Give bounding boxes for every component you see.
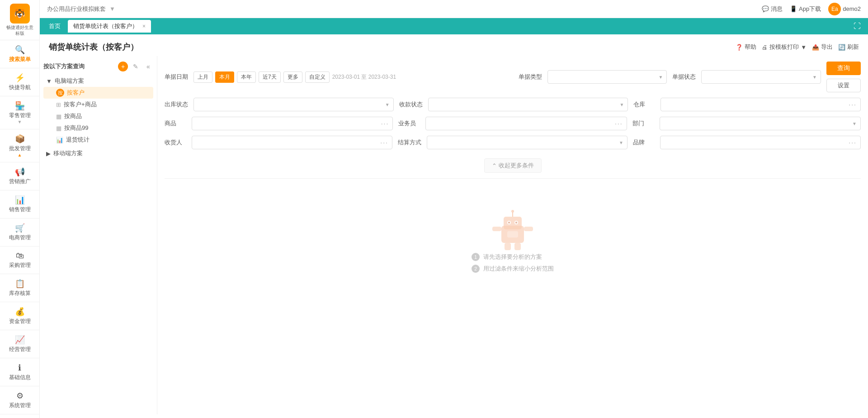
out-status-select[interactable]: ▼ — [193, 98, 394, 111]
mobile-schemes-label: 移动端方案 — [53, 149, 83, 157]
filter-row-outstatus: 出库状态 ▼ 收款状态 ▼ 仓库 ··· — [165, 98, 861, 111]
sidebar-item-search[interactable]: 🔍 搜索菜单 — [0, 40, 39, 68]
collapse-conditions-button[interactable]: ⌃ 收起更多条件 — [484, 158, 542, 173]
message-label: 消息 — [771, 5, 783, 13]
help-button[interactable]: ❓ 帮助 — [736, 43, 756, 51]
settle-method-select[interactable]: ▼ — [427, 136, 627, 149]
filter-row-receiver: 收货人 ··· 结算方式 ▼ 品牌 ··· — [165, 136, 861, 149]
date-btn-last7days[interactable]: 近7天 — [259, 71, 281, 83]
receipt-status-select[interactable]: ▼ — [428, 98, 628, 111]
product-select[interactable]: ··· — [192, 117, 393, 130]
action-buttons: 查询 设置 — [826, 62, 861, 92]
sidebar-item-quicknav[interactable]: ⚡ 快捷导航 — [0, 68, 39, 96]
product99-icon: ▦ — [56, 125, 61, 132]
tab-home[interactable]: 首页 — [43, 20, 66, 33]
sidebar-item-marketing[interactable]: 📢 营销推广 — [0, 162, 39, 190]
svg-point-4 — [508, 222, 510, 223]
mobile-schemes-parent[interactable]: ▶ 移动端方案 — [43, 147, 153, 159]
refresh-button[interactable]: 🔄 刷新 — [838, 43, 859, 51]
mobile-schemes-section: ▶ 移动端方案 — [43, 147, 153, 159]
page-header: 销货单统计表（按客户） ❓ 帮助 🖨 按模板打印 ▼ 📤 导出 🔄 刷新 — [40, 34, 868, 56]
sidebar-item-ecommerce[interactable]: 🛒 电商管理 — [0, 218, 39, 247]
export-button[interactable]: 📤 导出 — [812, 43, 833, 51]
svg-rect-10 — [505, 243, 511, 250]
date-btn-this-year[interactable]: 本年 — [237, 71, 256, 83]
app-download-label: App下载 — [799, 5, 821, 13]
ecommerce-icon: 🛒 — [15, 223, 25, 233]
message-button[interactable]: 💬 消息 — [762, 5, 783, 13]
brand-dots: ··· — [849, 139, 857, 146]
app-download-button[interactable]: 📱 App下载 — [790, 5, 821, 13]
order-type-label: 单据类型 — [519, 73, 542, 81]
brand-select[interactable]: ··· — [660, 136, 861, 149]
date-btn-last-month[interactable]: 上月 — [193, 71, 212, 83]
desktop-schemes-parent[interactable]: ▼ 电脑端方案 — [43, 75, 153, 87]
svg-point-7 — [511, 210, 514, 213]
receipt-status-label: 收款状态 — [399, 100, 423, 109]
refresh-icon: 🔄 — [838, 44, 845, 51]
date-btn-custom[interactable]: 自定义 — [305, 71, 330, 83]
receipt-status-arrow: ▼ — [619, 102, 624, 107]
user-profile[interactable]: Ea demo2 — [828, 3, 861, 15]
sidebar-item-finance[interactable]: 💰 资金管理 — [0, 302, 39, 330]
sidebar-item-sales[interactable]: 📊 销售管理 — [0, 190, 39, 218]
refresh-label: 刷新 — [847, 43, 859, 51]
tab-sales-stats[interactable]: 销货单统计表（按客户） × — [68, 20, 151, 33]
sidebar-item-label: 库存核算 — [9, 290, 31, 297]
tab-close-icon[interactable]: × — [142, 23, 146, 29]
sidebar-item-collab[interactable]: 🤝 企业协同 — [0, 414, 39, 418]
add-scheme-button[interactable]: + — [118, 62, 128, 71]
date-btn-more[interactable]: 更多 — [283, 71, 302, 83]
salesperson-select[interactable]: ··· — [425, 117, 627, 130]
left-panel: 按以下方案查询 + ✎ « ▼ 电脑端方案 按 按客户 — [40, 56, 157, 414]
scheme-by-product[interactable]: ▦ 按商品 — [43, 110, 153, 122]
collapse-row: ⌃ 收起更多条件 — [165, 155, 861, 176]
right-panel: 单据日期 上月 本月 本年 近7天 更多 自定义 2023-03-01 至 20… — [157, 56, 868, 414]
svg-rect-12 — [507, 231, 518, 238]
collapse-panel-button[interactable]: « — [143, 62, 153, 71]
settings-button[interactable]: 设置 — [826, 79, 861, 92]
expand-arrow: ▼ — [46, 78, 52, 85]
print-button[interactable]: 🖨 按模板打印 ▼ — [762, 43, 807, 51]
edit-scheme-button[interactable]: ✎ — [131, 62, 141, 71]
department-label: 部门 — [632, 119, 654, 128]
sidebar-item-wholesale[interactable]: 📦 批发管理 ▲ — [0, 129, 39, 162]
quicknav-icon: ⚡ — [15, 73, 25, 83]
logo-text: 畅捷通好生意标版 — [6, 24, 33, 36]
date-range-display: 2023-03-01 至 2023-03-31 — [332, 73, 396, 81]
svg-rect-9 — [524, 227, 533, 231]
department-select[interactable]: ▼ — [660, 117, 861, 130]
maximize-button[interactable]: ⛶ — [850, 22, 864, 30]
sidebar-item-operations[interactable]: 📈 经营管理 — [0, 330, 39, 358]
sidebar-item-label: 电商管理 — [9, 234, 31, 242]
date-btn-this-month[interactable]: 本月 — [215, 71, 234, 83]
settle-method-label: 结算方式 — [398, 138, 421, 147]
filter-row-date: 单据日期 上月 本月 本年 近7天 更多 自定义 2023-03-01 至 20… — [165, 62, 861, 92]
sidebar-item-retail[interactable]: 🏪 零售管理 ▼ — [0, 96, 39, 129]
sidebar-item-basicinfo[interactable]: ℹ 基础信息 — [0, 358, 39, 386]
scheme-return-stats[interactable]: 📊 退货统计 — [43, 134, 153, 146]
product-icon: ▦ — [56, 113, 61, 120]
page-title: 销货单统计表（按客户） — [49, 42, 138, 52]
username: demo2 — [843, 5, 861, 12]
query-button[interactable]: 查询 — [826, 62, 861, 75]
scheme-by-customer-product[interactable]: ⊞ 按客户+商品 — [43, 99, 153, 110]
sidebar-item-purchase[interactable]: 🛍 采购管理 — [0, 247, 39, 274]
app-logo[interactable]: 🐯 畅捷通好生意标版 — [0, 0, 39, 40]
finance-icon: 💰 — [15, 307, 25, 317]
active-tab-label: 销货单统计表（按客户） — [73, 22, 138, 30]
print-arrow: ▼ — [801, 44, 807, 51]
order-status-select[interactable]: ▼ — [701, 70, 821, 84]
scheme-by-customer[interactable]: 按 按客户 — [43, 87, 153, 99]
sidebar-item-inventory[interactable]: 📋 库存核算 — [0, 274, 39, 302]
dropdown-arrow[interactable]: ▼ — [109, 5, 115, 12]
marketing-icon: 📢 — [15, 167, 25, 177]
warehouse-select[interactable]: ··· — [660, 98, 861, 111]
sidebar-item-system[interactable]: ⚙ 系统管理 — [0, 386, 39, 414]
tab-bar: 首页 销货单统计表（按客户） × ⛶ — [40, 18, 868, 34]
receiver-select[interactable]: ··· — [192, 136, 392, 149]
scheme-by-product99[interactable]: ▦ 按商品99 — [43, 122, 153, 134]
tip2-number: 2 — [472, 265, 480, 273]
empty-robot-illustration — [486, 208, 540, 253]
order-type-select[interactable]: ▼ — [547, 70, 667, 84]
